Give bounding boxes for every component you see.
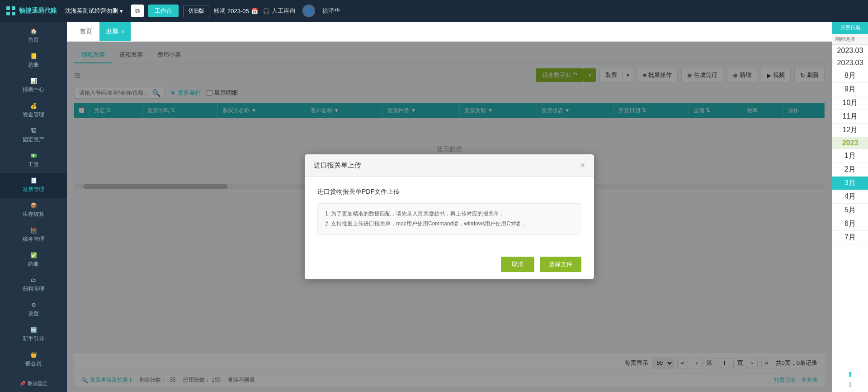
copy-button[interactable]: ⧉ <box>131 5 144 17</box>
sidebar-label-report: 报表中心 <box>23 86 44 94</box>
modal-select-file-button[interactable]: 选择文件 <box>540 257 581 272</box>
svg-rect-2 <box>6 12 10 15</box>
pin-icon: 📌 <box>19 381 26 387</box>
sidebar-item-home[interactable]: 🏠 首页 <box>0 24 67 48</box>
period-11[interactable]: 11月 <box>832 110 868 124</box>
svg-rect-1 <box>12 6 15 10</box>
sidebar-bottom: 📌 取消固定 <box>0 372 67 392</box>
sidebar-item-salary[interactable]: 💵 工资 <box>0 148 67 173</box>
modal-overlay[interactable]: 进口报关单上传 × 进口货物报关单PDF文件上传 1. 为了更加精准的数据匹配，… <box>67 42 832 392</box>
sidebar-item-fund[interactable]: 💰 资金管理 <box>0 98 67 123</box>
modal-cancel-button[interactable]: 取消 <box>501 257 534 272</box>
invoice-icon: 🧾 <box>30 177 37 184</box>
svg-rect-0 <box>6 6 10 10</box>
report-icon: 📊 <box>30 78 37 84</box>
sidebar-label-ledger: 总账 <box>28 61 39 69</box>
main-content: 首页 发票 × 销项发票 进项发票 费用小票 ⊞ <box>67 22 832 392</box>
period-year-2023[interactable]: 2023 <box>832 137 868 149</box>
pin-sidebar-button[interactable]: 📌 取消固定 <box>19 377 47 391</box>
scroll-up-icon[interactable]: ⬆ <box>847 370 853 379</box>
period-8[interactable]: 8月 <box>832 69 868 83</box>
sidebar-item-settlement[interactable]: ✅ 结账 <box>0 248 67 272</box>
guide-icon: 🆕 <box>30 327 37 333</box>
modal-footer: 取消 选择文件 <box>305 249 594 279</box>
sidebar-label-settlement: 结账 <box>28 260 39 268</box>
sidebar-label-tax: 税务管理 <box>23 235 44 243</box>
modal-notice-box: 1. 为了更加精准的数据匹配，请先录入海关缴款书，再上传对应的报关单； 2. 支… <box>317 203 581 234</box>
sidebar-label-inventory: 库存核算 <box>23 210 44 218</box>
sidebar-item-member[interactable]: 👑 畅会员 <box>0 347 67 372</box>
sidebar-item-archive[interactable]: 🗂 归档管理 <box>0 272 67 297</box>
sidebar-item-report[interactable]: 📊 报表中心 <box>0 73 67 98</box>
sidebar-item-tax[interactable]: 🧮 税务管理 <box>0 223 67 248</box>
salary-icon: 💵 <box>30 153 37 159</box>
modal-file-title: 进口货物报关单PDF文件上传 <box>317 188 581 196</box>
fund-icon: 💰 <box>30 103 37 109</box>
period-header: 期间选择 <box>832 34 868 45</box>
sidebar-label-fixed: 固定资产 <box>23 136 44 143</box>
period-display: 账期 2023-05 📅 <box>214 7 258 15</box>
period-4[interactable]: 4月 <box>832 190 868 204</box>
sidebar-item-invoice[interactable]: 🧾 发票管理 <box>0 173 67 198</box>
fixed-icon: 🏗 <box>31 128 36 134</box>
copy-icon: ⧉ <box>135 7 140 15</box>
period-9[interactable]: 9月 <box>832 83 868 96</box>
member-icon: 👑 <box>30 352 37 358</box>
scroll-down-icon[interactable]: ⬇ <box>847 381 853 389</box>
sidebar-item-guide[interactable]: 🆕 新手引导 <box>0 322 67 347</box>
archive-icon: 🗂 <box>31 277 36 283</box>
tab-invoice[interactable]: 发票 × <box>99 22 131 41</box>
sidebar-label-guide: 新手引导 <box>23 335 44 343</box>
tab-close-icon[interactable]: × <box>121 29 124 35</box>
tab-home[interactable]: 首页 <box>74 22 98 41</box>
sidebar-label-member: 畅会员 <box>25 360 42 368</box>
svg-rect-3 <box>12 12 15 15</box>
modal-header: 进口报关单上传 × <box>305 154 594 177</box>
modal-close-button[interactable]: × <box>580 161 585 170</box>
period-2023-03-1[interactable]: 2023.03 <box>832 45 868 57</box>
headset-icon: 🎧 <box>263 8 270 14</box>
period-2023-03-2[interactable]: 2023.03 <box>832 57 868 69</box>
sidebar-label-home: 首页 <box>28 36 39 44</box>
modal-body: 进口货物报关单PDF文件上传 1. 为了更加精准的数据匹配，请先录入海关缴款书，… <box>305 177 594 249</box>
period-10[interactable]: 10月 <box>832 96 868 110</box>
modal-notice-item-1: 1. 为了更加精准的数据匹配，请先录入海关缴款书，再上传对应的报关单； <box>325 209 574 219</box>
sidebar-item-inventory[interactable]: 📦 库存核算 <box>0 198 67 223</box>
period-1[interactable]: 1月 <box>832 149 868 163</box>
period-6[interactable]: 6月 <box>832 217 868 231</box>
period-7[interactable]: 7月 <box>832 231 868 244</box>
settlement-icon: ✅ <box>30 252 37 258</box>
inventory-icon: 📦 <box>30 202 37 209</box>
invoice-page: 销项发票 进项发票 费用小票 ⊞ 税务数字账户 ▾ <box>67 42 832 392</box>
top-right-actions: 🎧 人工咨询 👤 徐泽华 <box>263 5 340 17</box>
switch-version-button[interactable]: 切旧版 <box>183 5 209 17</box>
user-name: 徐泽华 <box>322 7 340 15</box>
period-2[interactable]: 2月 <box>832 163 868 177</box>
content-area: 🏠 首页 📒 总账 📊 报表中心 💰 资金管理 🏗 固定资产 💵 工资 🧾 发票… <box>0 22 868 392</box>
calendar-icon[interactable]: 📅 <box>251 8 258 14</box>
service-link[interactable]: 🎧 人工咨询 <box>263 7 295 15</box>
user-avatar[interactable]: 👤 <box>302 5 315 17</box>
sidebar-label-fund: 资金管理 <box>23 111 44 119</box>
tab-bar: 首页 发票 × <box>67 22 832 42</box>
sidebar-item-fixed[interactable]: 🏗 固定资产 <box>0 123 67 148</box>
right-period-panel: 开票日期 期间选择 2023.03 2023.03 8月 9月 10月 11月 … <box>832 22 868 392</box>
sidebar-label-invoice: 发票管理 <box>23 186 44 193</box>
gear-icon: ⚙ <box>31 302 36 308</box>
modal-notice-item-2: 2. 支持批量上传进口报关单，mac用户使用Command键，windows用户… <box>325 219 574 229</box>
tax-icon: 🧮 <box>30 227 37 234</box>
top-bar: 畅捷通易代账 沈海英测试经营勿删 ▾ ⧉ 工作台 切旧版 账期 2023-05 … <box>0 0 868 22</box>
company-selector[interactable]: 沈海英测试经营勿删 ▾ <box>65 7 123 15</box>
period-12[interactable]: 12月 <box>832 124 868 137</box>
sidebar-label-salary: 工资 <box>28 161 39 168</box>
period-3[interactable]: 3月 <box>832 177 868 190</box>
open-period-button[interactable]: 开票日期 <box>832 22 868 34</box>
workspace-button[interactable]: 工作台 <box>148 5 179 17</box>
period-5[interactable]: 5月 <box>832 204 868 217</box>
period-list: 2023.03 2023.03 8月 9月 10月 11月 12月 2023 1… <box>832 45 868 368</box>
import-customs-modal: 进口报关单上传 × 进口货物报关单PDF文件上传 1. 为了更加精准的数据匹配，… <box>305 154 594 279</box>
sidebar: 🏠 首页 📒 总账 📊 报表中心 💰 资金管理 🏗 固定资产 💵 工资 🧾 发票… <box>0 22 67 392</box>
sidebar-item-ledger[interactable]: 📒 总账 <box>0 48 67 73</box>
sidebar-label-archive: 归档管理 <box>23 285 44 293</box>
sidebar-item-settings[interactable]: ⚙ 设置 <box>0 297 67 322</box>
